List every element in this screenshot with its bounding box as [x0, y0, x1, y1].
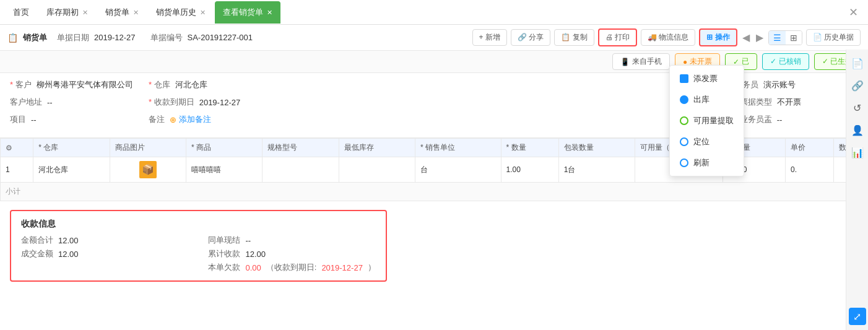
- tab-sales[interactable]: 销货单 ✕: [97, 1, 147, 24]
- view-toggle: ☰ ⊞: [768, 30, 802, 45]
- new-button[interactable]: + 新增: [472, 29, 507, 46]
- document-icon: 📋: [7, 33, 18, 43]
- staff-field: 业务员 演示账号: [734, 79, 858, 90]
- share-button[interactable]: 🔗 分享: [511, 29, 550, 46]
- row-spec: [263, 157, 339, 183]
- invoice-icon: [680, 74, 688, 83]
- logistics-button[interactable]: 🚚 物流信息: [641, 29, 695, 46]
- due-date-label: 收款到期日: [149, 97, 194, 108]
- print-button[interactable]: 🖨 打印: [598, 28, 637, 46]
- payment-info-grid: 金额合计 12.00 同单现结 -- 成交金额 12.00 累计收款 12.00: [21, 235, 376, 273]
- sidebar-expand-icon[interactable]: ⤢: [849, 308, 866, 325]
- tab-bar-right: ✕: [844, 6, 863, 19]
- menu-locate[interactable]: 定位: [670, 131, 744, 152]
- address-value: --: [47, 98, 53, 107]
- sidebar-refresh-icon[interactable]: ↺: [849, 99, 866, 116]
- menu-add-invoice[interactable]: 添发票: [670, 68, 744, 89]
- operation-dropdown: 添发票 出库 可用量提取 定位 刷新: [669, 65, 744, 176]
- operation-button[interactable]: ⊞ 操作: [699, 28, 737, 46]
- gear-icon[interactable]: ⚙: [6, 144, 12, 152]
- sidebar-chart-icon[interactable]: 📊: [849, 144, 866, 161]
- address-field: 客户地址 --: [10, 97, 134, 108]
- ticket-value: 不开票: [777, 97, 801, 108]
- sidebar-doc-icon[interactable]: 📄: [849, 54, 866, 72]
- due-row: 本单欠款 0.00 （收款到期日: 2019-12-27 ）: [208, 262, 375, 273]
- project-field: 项目 --: [10, 114, 134, 125]
- same-order-row: 同单现结 --: [208, 235, 375, 246]
- date-value: 2019-12-27: [94, 33, 136, 42]
- same-order-label: 同单现结: [208, 235, 240, 246]
- menu-refresh[interactable]: 刷新: [670, 152, 744, 173]
- customer-field: 客户 柳州粤港平安气体有限公司: [10, 79, 134, 90]
- window-close-button[interactable]: ✕: [844, 6, 863, 19]
- total-row: 金额合计 12.00: [21, 235, 188, 246]
- locate-icon: [680, 137, 688, 146]
- staff-value: 演示账号: [763, 79, 796, 90]
- warehouse-label: 仓库: [149, 79, 170, 90]
- warehouse-field: 仓库 河北仓库: [149, 79, 272, 90]
- due-date: 2019-12-27: [321, 263, 363, 272]
- due-note: （收款到期日:: [266, 262, 317, 273]
- tab-close-sales[interactable]: ✕: [133, 9, 139, 17]
- sales-staff-value: --: [777, 115, 783, 124]
- payment-info-box: 收款信息 金额合计 12.00 同单现结 -- 成交金额 12.00: [10, 210, 387, 282]
- tab-close-inventory[interactable]: ✕: [82, 9, 88, 17]
- due-date-value: 2019-12-27: [199, 98, 241, 107]
- warehouse-value: 河北仓库: [175, 79, 207, 90]
- row-product: 嘻嘻嘻嘻: [186, 157, 262, 183]
- row-index: 1: [1, 157, 33, 183]
- customer-label: 客户: [10, 79, 32, 90]
- due-label: 本单欠款: [208, 262, 240, 273]
- tab-close-view-sales[interactable]: ✕: [267, 9, 272, 17]
- document-title: 销货单: [23, 32, 47, 43]
- menu-available-qty[interactable]: 可用量提取: [670, 110, 744, 131]
- col-price: 单价: [786, 139, 834, 157]
- date-label: 单据日期: [57, 32, 89, 43]
- refresh-icon: [680, 158, 688, 167]
- payment-info-title: 收款信息: [21, 219, 376, 230]
- no-label: 单据编号: [150, 32, 183, 43]
- due-date-field: 收款到期日 2019-12-27: [149, 97, 272, 108]
- view-list-button[interactable]: ☰: [769, 31, 786, 45]
- qty-icon: [680, 116, 688, 125]
- col-min-stock: 最低库存: [339, 139, 415, 157]
- nav-next[interactable]: ▶: [755, 32, 765, 43]
- history-button[interactable]: 📄 历史单据: [806, 29, 861, 46]
- sidebar-link-icon[interactable]: 🔗: [849, 77, 866, 94]
- tab-inventory[interactable]: 库存期初 ✕: [38, 1, 96, 24]
- due-value: 0.00: [245, 263, 261, 272]
- col-pack: 包装数量: [558, 139, 635, 157]
- cumulative-value: 12.00: [245, 250, 266, 259]
- tab-view-sales[interactable]: 查看销货单 ✕: [215, 1, 280, 24]
- remark-placeholder: 添加备注: [179, 114, 211, 125]
- tab-home[interactable]: 首页: [5, 1, 37, 24]
- toolbar: 📋 销货单 单据日期 2019-12-27 单据编号 SA-20191227-0…: [0, 25, 868, 51]
- tab-bar: 首页 库存期初 ✕ 销货单 ✕ 销货单历史 ✕ 查看销货单 ✕ ✕: [0, 0, 868, 25]
- outbound-icon: [680, 95, 688, 104]
- same-order-value: --: [245, 236, 251, 245]
- tab-sales-history[interactable]: 销货单历史 ✕: [148, 1, 214, 24]
- row-min-stock: [339, 157, 415, 183]
- no-value: SA-20191227-001: [188, 33, 253, 42]
- copy-button[interactable]: 📋 复制: [554, 29, 594, 46]
- cumulative-label: 累计收款: [208, 248, 240, 259]
- address-label: 客户地址: [10, 97, 42, 108]
- from-phone-button[interactable]: 📱 来自手机: [612, 53, 670, 70]
- row-unit: 台: [415, 157, 501, 183]
- nav-prev[interactable]: ◀: [741, 32, 751, 43]
- transaction-row: 成交金额 12.00: [21, 248, 188, 259]
- sidebar-user-icon[interactable]: 👤: [849, 121, 866, 139]
- view-grid-button[interactable]: ⊞: [786, 31, 802, 45]
- subtotal-row: 小计: [1, 183, 868, 201]
- remark-label: 备注: [149, 114, 165, 125]
- product-image: 📦: [139, 161, 157, 178]
- cumulative-row: 累计收款 12.00: [208, 248, 375, 259]
- cancelled-button[interactable]: ✓ 已核销: [762, 53, 809, 70]
- col-image: 商品图片: [110, 139, 186, 157]
- ticket-field: 票据类型 不开票: [734, 97, 858, 108]
- col-qty: * 数量: [501, 139, 558, 157]
- tab-close-sales-history[interactable]: ✕: [200, 9, 206, 17]
- row-qty: 1.00: [501, 157, 558, 183]
- menu-outbound[interactable]: 出库: [670, 89, 744, 110]
- add-remark-button[interactable]: ⊕ 添加备注: [170, 114, 211, 125]
